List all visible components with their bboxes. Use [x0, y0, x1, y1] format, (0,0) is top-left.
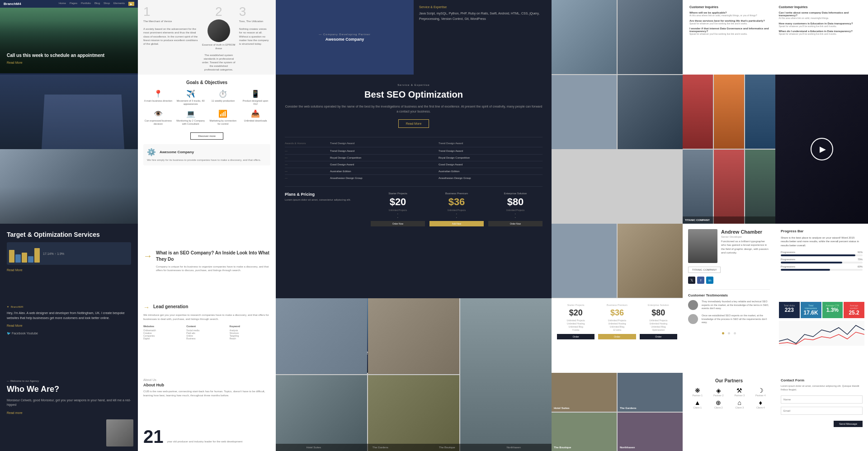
goal-icon-6: 💻: [176, 109, 206, 118]
chart-bar-4: [28, 256, 33, 263]
target-cta[interactable]: Read More: [7, 268, 131, 272]
pb-val-1: 91%: [858, 251, 863, 254]
nav-home[interactable]: Home: [59, 2, 66, 6]
wp-order1-btn[interactable]: Order: [557, 334, 594, 339]
partner-name-4: Partner 4: [751, 394, 770, 397]
panel-team-images: [552, 0, 683, 149]
pb-title: Progress Bar: [781, 229, 863, 233]
hero-cta[interactable]: Read More: [7, 61, 131, 64]
caption-cell-1: Hotel Suites: [552, 373, 617, 412]
plan2-btn[interactable]: Add Now: [429, 221, 484, 226]
nav-elements[interactable]: Elements: [113, 2, 125, 6]
alex-logo: ✦: [7, 305, 9, 308]
testimonials-title: Customer Testimonials: [688, 293, 770, 297]
faq-a4: At this area where link on solid, meanin…: [779, 17, 862, 20]
plan1-btn[interactable]: Order Now: [371, 221, 425, 226]
faq-q5: How many customers is Education in Data …: [779, 22, 862, 25]
nav-shop[interactable]: Shop: [104, 2, 110, 6]
client-icon-4: ♦: [751, 399, 770, 406]
team-member-6: [745, 150, 775, 224]
faq-a1: At this area where link on solid, meanin…: [689, 14, 772, 17]
award-row5-col2: Anasthesian Design Group: [439, 177, 542, 179]
partner-name-3: Partner 3: [730, 394, 749, 397]
gallery-cell-1: [552, 224, 617, 298]
wp-plan1-name: Starter Projects: [557, 304, 594, 306]
plan1-f2: ▪: [371, 212, 425, 215]
faq-a2: Speak for whatever you'll be working liv…: [689, 22, 772, 25]
goal-label-7: Marketing by connection for control: [208, 119, 238, 126]
testimonial-dot-1: [722, 332, 724, 334]
goal-label-3: 11 weekly production: [208, 99, 238, 103]
award-row1-col1: Trend Design Award: [330, 150, 434, 152]
plan3-btn[interactable]: Order Now: [488, 221, 542, 226]
nav-pages[interactable]: Pages: [70, 2, 77, 6]
wp-order3-btn[interactable]: Order: [640, 334, 677, 339]
panel-map-placeholder: [775, 373, 868, 451]
who-cta[interactable]: Read more: [7, 411, 131, 414]
panel-seo: Service & Expertise Best SEO Optimizatio…: [276, 75, 552, 298]
pricing-title-inner: Plans & Pricing: [285, 192, 366, 197]
pb-val-3: 60%: [858, 265, 863, 268]
who-title: Who We Are?: [7, 385, 131, 395]
plan2-f2: ▪: [429, 212, 484, 215]
team-member-3: [745, 75, 775, 149]
wp-plan1-features: Unlimited ProjectsUnlimited HostingUnlim…: [557, 319, 594, 332]
testimonial-avatar-2: [688, 314, 698, 324]
lead-gen-title: What is an SEO Company? An Inside Look I…: [156, 250, 270, 263]
award-row5-label: —: [285, 177, 326, 179]
wp-plan2-features: Unlimited ProjectsUnlimited HostingUnlim…: [598, 319, 636, 332]
plan2-f3: ▪: [429, 216, 484, 219]
skills-label: Service & Expertise: [419, 5, 546, 9]
panel-company-dark: — Company Developing Partner Awesome Com…: [276, 0, 414, 75]
award-col2-header: Trend Design Award: [439, 142, 542, 145]
client-icon-1: ▲: [688, 399, 707, 406]
pb-desc: Share is the best place to analyze on yo…: [781, 236, 863, 247]
goal-icon-2: ✈️: [176, 89, 206, 98]
partner-1: ❋ Partner 1: [688, 387, 707, 397]
social-twitter-icon[interactable]: 𝕏: [688, 277, 695, 284]
alex-cta[interactable]: Read More: [7, 324, 131, 327]
client-3: ⌂ Client 3: [730, 399, 749, 409]
award-row4-label: —: [285, 170, 326, 173]
plan3-name: Enterprise Solution: [488, 192, 542, 195]
team-company-label: TITANIC COMPANY: [685, 219, 773, 221]
hero-schedule-title: Call us this week to schedule an appoint…: [7, 52, 131, 59]
kw-col1-header: Websites: [143, 325, 184, 328]
stat-position-label: Average position: [846, 304, 862, 310]
pb-track-1: [781, 254, 863, 256]
play-icon: ▶: [820, 144, 826, 154]
panel-tech-skills: Service & Expertise Java Script, mySQL, …: [414, 0, 552, 75]
nav-cta[interactable]: ▶: [128, 2, 134, 6]
social-facebook-icon[interactable]: f: [697, 277, 704, 284]
kw-col2-header: Content: [186, 325, 227, 328]
goal-icon-7: 📶: [208, 109, 238, 118]
seo-desc: Consider the web solutions operated by t…: [285, 104, 542, 114]
panel-andrew-profile: Andrew Chamber Senior Developer Function…: [683, 224, 775, 373]
goal-label-2: Movement of 3 trucks, 60 appearances: [176, 99, 206, 106]
panel-office-strip: [0, 149, 138, 224]
stat-clicks: Total clicks 223: [779, 302, 800, 318]
caption-cell-2: The Gardens: [618, 373, 683, 412]
social-linkedin-icon[interactable]: in: [706, 277, 713, 284]
stat-position-value: 25.2: [846, 310, 862, 316]
wp-order2-btn[interactable]: Order: [598, 334, 636, 339]
skills-tech: Java Script, mySQL, Python, PHP, Ruby on…: [419, 11, 546, 22]
team-member-2: [714, 75, 744, 149]
play-button[interactable]: ▶: [811, 138, 833, 160]
panel-analytics: Total clicks 223 Total impressions 17.6K…: [775, 298, 868, 373]
pb-val-2: 75%: [858, 258, 863, 261]
awesome-company-name: Awesome Company: [160, 150, 194, 154]
testimonial-text-1: They immediately founded a key reliable …: [702, 300, 770, 310]
client-1: ▲ Client 1: [688, 399, 707, 409]
about-number-label: year old producer and industry leader fo…: [167, 440, 243, 446]
stat-impressions-label: Total impressions: [803, 304, 819, 310]
plan1-price: $20: [371, 196, 425, 208]
nav-blog[interactable]: Blog: [94, 2, 100, 6]
nav-portfolio[interactable]: Portfolio: [81, 2, 91, 6]
team-member-4: [683, 150, 713, 224]
kw-col3-header: Keyword: [230, 325, 270, 328]
seo-cta[interactable]: Read More: [398, 119, 429, 128]
goals-discover-btn[interactable]: Discover more: [190, 132, 223, 140]
awesome-gear-icon: ⚙️: [147, 148, 156, 156]
panel-who-we-are: — Welcome to our Agency Who We Are? Mons…: [0, 373, 138, 451]
